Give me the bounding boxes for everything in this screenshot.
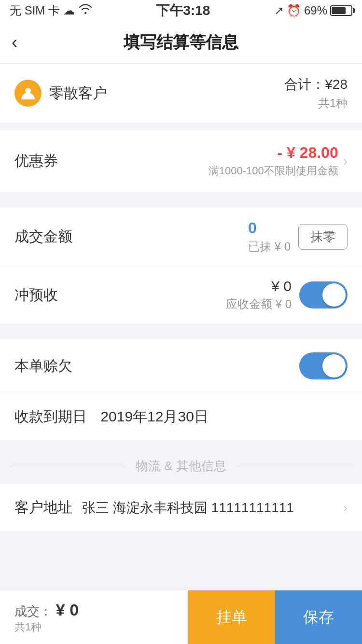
address-row[interactable]: 客户地址 张三 海淀永丰科技园 11111111111 › bbox=[0, 484, 362, 531]
customer-row: 零散客户 合计：¥28 共1种 bbox=[0, 64, 362, 123]
coupon-desc: 满1000-100不限制使用金额 bbox=[209, 164, 338, 178]
prepay-row: 冲预收 ¥ 0 应收金额 ¥ 0 bbox=[0, 266, 362, 323]
address-label: 客户地址 bbox=[14, 498, 72, 518]
coupon-label: 优惠券 bbox=[14, 151, 58, 171]
total-count: 共1种 bbox=[284, 96, 348, 111]
transaction-row: 成交金额 0 已抹 ¥ 0 抹零 bbox=[0, 208, 362, 266]
coupon-amount: - ¥ 28.00 bbox=[209, 144, 338, 162]
page-title: 填写结算等信息 bbox=[124, 31, 238, 54]
customer-total: 合计：¥28 共1种 bbox=[284, 75, 348, 111]
section-divider-1 bbox=[0, 200, 362, 208]
status-bar: 无 SIM 卡 ☁ 下午3:18 ↗ ⏰ 69% bbox=[0, 0, 362, 21]
alarm-icon: ⏰ bbox=[287, 4, 301, 17]
transaction-label: 成交金额 bbox=[14, 227, 72, 247]
status-right: ↗ ⏰ 69% bbox=[274, 4, 352, 17]
save-button[interactable]: 保存 bbox=[275, 590, 362, 644]
bottom-deal-row: 成交： ¥ 0 bbox=[14, 601, 174, 620]
address-section: 客户地址 张三 海淀永丰科技园 11111111111 › bbox=[0, 484, 362, 531]
logistics-line-right bbox=[236, 466, 352, 466]
logistics-line-left bbox=[10, 466, 126, 466]
debt-row: 本单赊欠 bbox=[0, 339, 362, 393]
no-sim-text: 无 SIM 卡 ☁ bbox=[10, 3, 75, 18]
prepay-sub: 应收金额 ¥ 0 bbox=[226, 296, 292, 312]
hang-order-button[interactable]: 挂单 bbox=[188, 590, 275, 644]
bottom-info: 成交： ¥ 0 共1种 bbox=[0, 590, 188, 644]
transaction-sub: 已抹 ¥ 0 bbox=[248, 239, 291, 254]
bottom-deal-label: 成交： bbox=[14, 604, 52, 618]
customer-name: 零散客户 bbox=[49, 84, 107, 103]
debt-section: 本单赊欠 收款到期日 2019年12月30日 bbox=[0, 339, 362, 440]
bottom-amount: ¥ 0 bbox=[56, 601, 79, 619]
content: 零散客户 合计：¥28 共1种 优惠券 - ¥ 28.00 满1000-100不… bbox=[0, 64, 362, 589]
due-date-value: 2019年12月30日 bbox=[100, 408, 208, 424]
status-left: 无 SIM 卡 ☁ bbox=[10, 3, 92, 18]
wifi-icon bbox=[79, 4, 92, 17]
debt-label: 本单赊欠 bbox=[14, 356, 72, 376]
section-divider-2 bbox=[0, 331, 362, 339]
address-chevron-icon: › bbox=[343, 500, 348, 516]
transaction-right: 0 已抹 ¥ 0 抹零 bbox=[248, 219, 348, 254]
coupon-row[interactable]: 优惠券 - ¥ 28.00 满1000-100不限制使用金额 › bbox=[0, 130, 362, 192]
total-amount: 合计：¥28 bbox=[284, 75, 348, 94]
customer-info: 零散客户 bbox=[14, 80, 107, 107]
customer-avatar bbox=[14, 80, 42, 107]
nav-bar: ‹ 填写结算等信息 bbox=[0, 21, 362, 64]
chevron-right-icon: › bbox=[343, 154, 348, 169]
location-icon: ↗ bbox=[274, 4, 284, 17]
due-date-label: 收款到期日 bbox=[14, 408, 87, 424]
debt-toggle[interactable] bbox=[299, 352, 348, 379]
prepay-amount: ¥ 0 bbox=[226, 278, 292, 294]
battery-icon bbox=[330, 5, 352, 16]
status-time: 下午3:18 bbox=[156, 1, 210, 20]
logistics-label: 物流 & 其他信息 bbox=[136, 458, 226, 475]
back-button[interactable]: ‹ bbox=[12, 32, 17, 53]
address-value: 张三 海淀永丰科技园 11111111111 bbox=[82, 499, 338, 517]
transaction-section: 成交金额 0 已抹 ¥ 0 抹零 冲预收 ¥ 0 应收金额 ¥ 0 bbox=[0, 208, 362, 323]
battery-percent: 69% bbox=[304, 4, 327, 17]
prepay-right: ¥ 0 应收金额 ¥ 0 bbox=[226, 278, 348, 312]
prepay-label: 冲预收 bbox=[14, 285, 58, 305]
bottom-count: 共1种 bbox=[14, 620, 174, 634]
bottom-bar: 成交： ¥ 0 共1种 挂单 保存 bbox=[0, 590, 362, 644]
prepay-toggle[interactable] bbox=[299, 281, 348, 308]
round-button[interactable]: 抹零 bbox=[298, 224, 348, 250]
due-date-row: 收款到期日 2019年12月30日 bbox=[0, 393, 362, 440]
transaction-value: 0 bbox=[248, 219, 291, 237]
coupon-right: - ¥ 28.00 满1000-100不限制使用金额 › bbox=[209, 144, 348, 178]
logistics-divider: 物流 & 其他信息 bbox=[0, 448, 362, 484]
